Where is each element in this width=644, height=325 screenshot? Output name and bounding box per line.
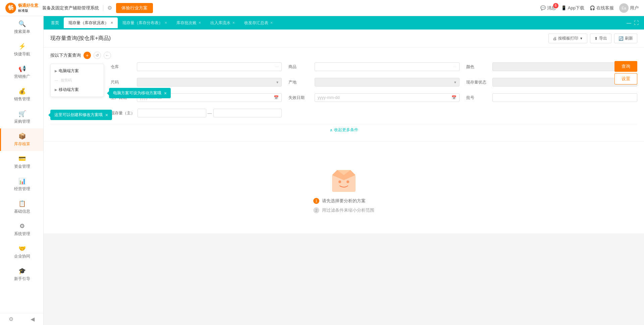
size-select[interactable] [137, 78, 282, 87]
tab-close-stock-dist[interactable]: × [165, 20, 167, 25]
sidebar-item-purchase[interactable]: 🛒 采购管理 [0, 106, 43, 128]
phone-icon: 📱 [561, 5, 567, 10]
logo-icon: 畅 [5, 3, 16, 13]
tab-flow[interactable]: 出入库流水 × [206, 17, 239, 28]
sidebar-item-finance[interactable]: 💳 资金管理 [0, 151, 43, 173]
system-title: 装备及固定资产辅助管理系统 [42, 5, 103, 11]
tab-bar: 首页 现存量（库存状况表） × 现存量（库存分布表） × 库存批次账 × 出入库… [44, 16, 644, 30]
product-input[interactable] [318, 64, 453, 69]
lightning-icon: ⚡ [18, 43, 26, 50]
sidebar-item-inventory[interactable]: 📦 库存核算 [0, 128, 43, 151]
tab-stock-status[interactable]: 现存量（库存状况表） × [64, 17, 118, 28]
message-badge: 6 [553, 3, 558, 8]
megaphone-icon: 📢 [18, 65, 26, 72]
scheme-panel: ▶ 电脑端方案 — 按简码 ▶ 移动端方案 [50, 64, 104, 97]
size-select-wrap: ▼ [137, 78, 282, 87]
sidebar-item-basic[interactable]: 📋 基础信息 [0, 196, 43, 218]
empty-illustration [324, 162, 364, 195]
filter-row-1: 仓库 ⋯ 商品 ⋯ [111, 62, 637, 74]
export-btn[interactable]: ⬆ 导出 [590, 34, 611, 43]
app-download-btn[interactable]: 📱 App下载 [561, 5, 584, 11]
tooltip2-close[interactable]: × [105, 112, 108, 118]
cart-icon: 🛒 [18, 110, 26, 117]
printer-icon: 🖨 [553, 36, 557, 41]
chevron-down-icon: ▼ [580, 37, 583, 40]
tab-close-batch[interactable]: × [199, 20, 201, 25]
filter-row-2: 尺码 ▼ 产地 ▼ [111, 78, 637, 90]
tab-actions: — ⛶ [624, 20, 641, 25]
sidebar-item-marketing[interactable]: 📢 营销推广 [0, 61, 43, 84]
query-buttons: 查询 设置 [614, 61, 637, 85]
stock-max-input[interactable] [213, 109, 282, 117]
settings-icon[interactable]: ⚙ [107, 5, 112, 11]
tab-stock-dist[interactable]: 现存量（库存分布表） × [118, 17, 172, 28]
page-header: 现存量查询(按仓库+商品) 🖨 按模板打印 ▼ ⬆ 导出 🔄 [44, 30, 644, 48]
message-btn[interactable]: 💬 消息 6 [540, 5, 556, 11]
filter-batch: 批号 [466, 93, 637, 102]
refresh-btn[interactable]: 🔄 刷新 [614, 34, 637, 43]
money-icon: 💰 [18, 88, 26, 95]
empty-steps: 1 请先选择要分析的方案 2 用过滤条件来缩小分析范围 [313, 198, 374, 213]
settings-btn[interactable]: 设置 [614, 73, 637, 85]
product-input-wrap[interactable]: ⋯ [315, 62, 460, 71]
scheme-item-pc[interactable]: ▶ 电脑端方案 [51, 66, 104, 76]
tab-minimize-icon[interactable]: — [627, 20, 631, 25]
industry-btn[interactable]: 体验行业方案 [116, 3, 153, 13]
tab-close-stock-status[interactable]: × [111, 20, 113, 25]
header-right: 💬 消息 6 📱 App下载 🎧 在线客服 Ea 用户 [540, 3, 639, 13]
filter-origin: 产地 ▼ [288, 78, 460, 87]
exp-date-input[interactable]: yyyy-mm-dd 📅 [315, 93, 460, 102]
collapse-btn[interactable]: ∧ 收起更多条件 [50, 124, 637, 136]
origin-select[interactable] [315, 78, 460, 87]
sidebar-item-enterprise[interactable]: 🤝 企业协同 [0, 241, 43, 263]
filter-warehouse: 仓库 ⋯ [111, 62, 282, 71]
tab-batch[interactable]: 库存批次账 × [172, 17, 206, 28]
top-header: 畅 畅通好生意 标准版 装备及固定资产辅助管理系统 ⚙ 体验行业方案 💬 消息 … [0, 0, 644, 16]
filter-refresh-icon-btn[interactable]: ↺ [94, 52, 101, 59]
tab-home[interactable]: 首页 [46, 17, 64, 28]
sidebar-item-quick-nav[interactable]: ⚡ 快捷导航 [0, 39, 43, 61]
card-icon: 💳 [18, 155, 26, 162]
page-inner: 现存量查询(按仓库+商品) 🖨 按模板打印 ▼ ⬆ 导出 🔄 [44, 30, 644, 233]
chevron-up-icon: ∧ [330, 128, 333, 132]
warehouse-input[interactable] [140, 64, 275, 69]
sidebar-item-system[interactable]: ⚙ 系统管理 [0, 218, 43, 241]
message-icon: 💬 [540, 5, 546, 10]
filter-left-icon-btn[interactable]: ← [104, 52, 111, 59]
filter-fields: 仓库 ⋯ 商品 ⋯ [111, 62, 637, 121]
sidebar-item-operations[interactable]: 📊 经营管理 [0, 173, 43, 196]
tab-maximize-icon[interactable]: ⛶ [634, 20, 639, 25]
tab-close-summary[interactable]: × [270, 20, 273, 25]
tooltip1-close[interactable]: × [164, 91, 167, 96]
stock-min-input[interactable] [138, 109, 206, 117]
tab-summary[interactable]: 收发存汇总表 × [239, 17, 277, 28]
filter-add-btn[interactable]: + [84, 52, 91, 59]
gear-icon: ⚙ [19, 222, 25, 230]
sidebar-settings-icon[interactable]: ⚙ [9, 316, 13, 322]
filter-section: 按以下方案查询 + ↺ ← ▶ 电脑端方案 — [44, 48, 644, 142]
step2-num: 2 [313, 207, 319, 213]
filter-stock-main: 现存量（主） — [111, 109, 282, 117]
print-btn[interactable]: 🖨 按模板打印 ▼ [548, 34, 587, 43]
headset-icon: 🎧 [590, 5, 595, 10]
box-icon: 📦 [18, 132, 26, 140]
svg-point-1 [338, 180, 341, 183]
sidebar-item-search[interactable]: 🔍 搜索菜单 [0, 16, 43, 39]
sidebar-item-sales[interactable]: 💰 销售管理 [0, 84, 43, 106]
avatar: Ea [619, 3, 629, 13]
tab-close-flow[interactable]: × [232, 20, 235, 25]
empty-step-2: 2 用过滤条件来缩小分析范围 [313, 207, 374, 213]
sidebar-collapse-icon[interactable]: ◀ [31, 316, 35, 322]
stock-range: — [138, 109, 282, 117]
step1-num: 1 [313, 198, 319, 204]
warehouse-input-wrap[interactable]: ⋯ [137, 62, 282, 71]
clipboard-icon: 📋 [18, 200, 26, 207]
online-support-btn[interactable]: 🎧 在线客服 [590, 5, 614, 11]
sidebar-item-guide[interactable]: 🎓 新手引导 [0, 263, 43, 286]
logo-text: 畅通好生意 标准版 [18, 3, 38, 13]
export-icon: ⬆ [594, 36, 598, 41]
scheme-item-mobile[interactable]: ▶ 移动端方案 [51, 85, 104, 95]
query-btn[interactable]: 查询 [614, 61, 637, 72]
batch-input[interactable] [492, 93, 637, 102]
user-area[interactable]: Ea 用户 [619, 3, 639, 13]
